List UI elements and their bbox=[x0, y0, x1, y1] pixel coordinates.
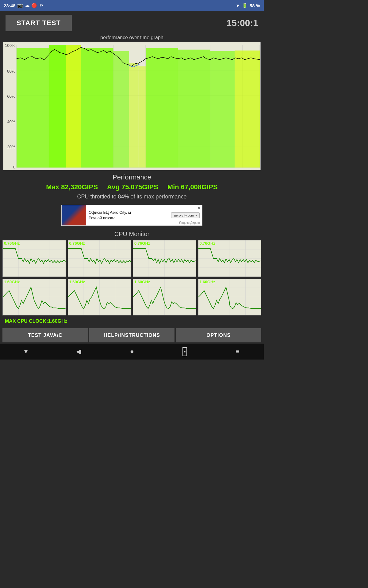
ad-cta-button[interactable]: aero-city.com > bbox=[171, 212, 200, 218]
svg-text:time(interval 2min): time(interval 2min) bbox=[228, 169, 259, 170]
cpu-core-3-graph bbox=[133, 240, 196, 277]
cpu-core-6-freq: 1.60GHz bbox=[69, 280, 85, 284]
svg-text:20%: 20% bbox=[7, 145, 15, 149]
graph-title: performance over time graph bbox=[3, 35, 261, 40]
help-instructions-button[interactable]: HELP/INSTRUCTIONS bbox=[89, 328, 175, 342]
cpu-core-1-freq: 0.76GHz bbox=[4, 241, 20, 246]
cpu-core-4: 0.76GHz bbox=[198, 240, 262, 277]
performance-stats: Max 82,320GIPS Avg 75,075GIPS Min 67,008… bbox=[3, 183, 261, 191]
timer-display: 15:00:1 bbox=[227, 18, 258, 28]
graph-container: 100% 80% 60% 40% 20% 0 bbox=[3, 42, 261, 170]
time-display: 23:48 bbox=[4, 3, 15, 8]
status-bar-right: ▼ 🔋 58 % bbox=[236, 3, 260, 8]
cpu-core-7-graph bbox=[133, 279, 196, 315]
cpu-core-7: 1.60GHz bbox=[133, 279, 196, 315]
cpu-top-cores: 0.76GHz 0.76GHz bbox=[2, 240, 261, 277]
svg-text:80%: 80% bbox=[7, 69, 15, 74]
ad-close-button[interactable]: ✕ bbox=[197, 206, 201, 210]
max-cpu-clock: MAX CPU CLOCK:1.60GHz bbox=[2, 317, 261, 325]
svg-rect-28 bbox=[138, 66, 146, 168]
cpu-core-2-freq: 0.76GHz bbox=[69, 241, 85, 246]
nav-recent-icon[interactable]: ▪ bbox=[182, 347, 187, 356]
test-java-c-button[interactable]: TEST JAVA/C bbox=[2, 328, 88, 342]
ad-brand: Яндекс Директ bbox=[179, 221, 200, 224]
performance-graph: 100% 80% 60% 40% 20% 0 bbox=[3, 42, 260, 170]
cloud-icon: ☁ bbox=[25, 3, 29, 8]
cpu-core-5-freq: 1.60GHz bbox=[4, 280, 20, 284]
svg-text:100%: 100% bbox=[5, 43, 15, 48]
svg-rect-23 bbox=[49, 45, 66, 168]
cpu-core-8-freq: 1.60GHz bbox=[200, 280, 215, 284]
cpu-core-4-freq: 0.76GHz bbox=[200, 241, 215, 246]
nav-home-icon[interactable]: ● bbox=[130, 348, 134, 356]
cpu-core-6-graph bbox=[68, 279, 131, 315]
svg-text:0: 0 bbox=[13, 165, 15, 169]
cpu-core-7-freq: 1.60GHz bbox=[134, 280, 150, 284]
camera-icon: 📷 bbox=[17, 3, 23, 8]
ad-image bbox=[62, 205, 86, 226]
cpu-core-3: 0.76GHz bbox=[133, 240, 196, 277]
svg-rect-26 bbox=[113, 51, 129, 168]
cpu-core-1-graph bbox=[3, 240, 66, 277]
graph-section: performance over time graph 100% 80% 60%… bbox=[0, 35, 264, 170]
wifi-icon: ▼ bbox=[236, 3, 240, 8]
cpu-monitor-section: CPU Monitor 0.76GHz 0.76GHz bbox=[0, 229, 264, 327]
svg-rect-31 bbox=[210, 51, 235, 168]
bottom-buttons: TEST JAVA/C HELP/INSTRUCTIONS OPTIONS bbox=[0, 327, 264, 344]
flag-icon: 🏳 bbox=[39, 3, 44, 8]
min-stat: Min 67,008GIPS bbox=[167, 183, 218, 191]
max-stat: Max 82,320GIPS bbox=[46, 183, 98, 191]
cpu-core-2: 0.76GHz bbox=[68, 240, 131, 277]
svg-text:40%: 40% bbox=[7, 119, 15, 124]
android-nav-bar: ▾ ◀ ● ▪ ≡ bbox=[0, 344, 264, 360]
status-bar-left: 23:48 📷 ☁ 🔴 🏳 bbox=[4, 3, 44, 8]
options-button[interactable]: OPTIONS bbox=[176, 328, 261, 342]
svg-rect-29 bbox=[146, 48, 178, 168]
svg-rect-27 bbox=[129, 63, 139, 168]
battery-label: 58 % bbox=[250, 3, 260, 8]
performance-section: Performance Max 82,320GIPS Avg 75,075GIP… bbox=[0, 170, 264, 202]
throttle-text: CPU throttled to 84% of its max performa… bbox=[3, 194, 261, 200]
svg-rect-32 bbox=[235, 51, 260, 168]
cpu-core-5-graph bbox=[3, 279, 66, 315]
performance-title: Performance bbox=[3, 173, 261, 181]
battery-icon: 🔋 bbox=[242, 3, 248, 8]
status-bar: 23:48 📷 ☁ 🔴 🏳 ▼ 🔋 58 % bbox=[0, 0, 264, 11]
svg-rect-30 bbox=[178, 50, 210, 168]
svg-rect-25 bbox=[81, 48, 113, 168]
svg-text:60%: 60% bbox=[7, 94, 15, 99]
cpu-bottom-cores: 1.60GHz 1.60GHz bbox=[2, 279, 261, 315]
nav-back-icon[interactable]: ◀ bbox=[76, 348, 81, 356]
nav-menu-icon[interactable]: ≡ bbox=[236, 348, 240, 356]
ad-banner[interactable]: ✕ Офисы БЦ Aero City. м Речной вокзал ae… bbox=[61, 205, 202, 226]
svg-rect-22 bbox=[17, 48, 49, 168]
cpu-monitor-title: CPU Monitor bbox=[2, 231, 261, 238]
cpu-core-2-graph bbox=[68, 240, 131, 277]
cpu-core-5: 1.60GHz bbox=[2, 279, 66, 315]
start-test-button[interactable]: START TEST bbox=[6, 15, 72, 31]
avg-stat: Avg 75,075GIPS bbox=[107, 183, 158, 191]
cpu-core-3-freq: 0.76GHz bbox=[134, 241, 150, 246]
svg-rect-24 bbox=[66, 45, 81, 168]
cpu-core-8: 1.60GHz bbox=[198, 279, 262, 315]
cpu-core-8-graph bbox=[198, 279, 261, 315]
header-row: START TEST 15:00:1 bbox=[0, 11, 264, 35]
ad-container: ✕ Офисы БЦ Aero City. м Речной вокзал ae… bbox=[0, 202, 264, 229]
cpu-core-4-graph bbox=[198, 240, 261, 277]
cpu-core-1: 0.76GHz bbox=[2, 240, 66, 277]
cpu-core-6: 1.60GHz bbox=[68, 279, 131, 315]
nav-down-icon[interactable]: ▾ bbox=[24, 348, 28, 356]
bug-icon: 🔴 bbox=[31, 3, 37, 8]
ad-text: Офисы БЦ Aero City. м Речной вокзал bbox=[86, 209, 171, 222]
